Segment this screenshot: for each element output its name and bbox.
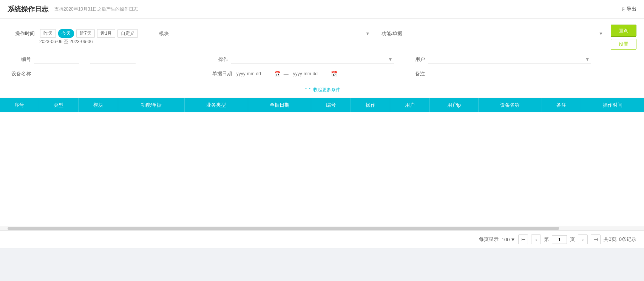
- module-filter: 模块 ▼: [145, 29, 371, 38]
- horizontal-scrollbar[interactable]: [0, 226, 644, 230]
- voucher-date-label: 单据日期: [205, 70, 235, 77]
- empty-area: [0, 112, 644, 226]
- user-filter: 用户 ▼: [402, 55, 591, 64]
- table-section: 序号 类型 模块 功能/单据 业务类型 单据日期 编号 操作 用户 用户ip 设…: [0, 98, 644, 226]
- user-select-wrapper: ▼: [428, 55, 591, 64]
- next-page-button[interactable]: ›: [578, 234, 588, 244]
- user-input[interactable]: [428, 55, 591, 64]
- user-label: 用户: [402, 56, 428, 63]
- remark-label: 备注: [402, 70, 428, 77]
- number-to-input[interactable]: [90, 55, 136, 64]
- time-btn-1month[interactable]: 近1月: [97, 29, 116, 38]
- number-from-input[interactable]: [34, 55, 79, 64]
- function-select-wrapper: ▼: [405, 29, 605, 38]
- operation-select-wrapper: ▼: [231, 55, 394, 64]
- function-label: 功能/单据: [379, 30, 405, 37]
- time-label: 操作时间: [8, 30, 38, 37]
- page-subtitle: 支持2020年10月31日之后产生的操作日志: [54, 6, 138, 12]
- time-range-display: 2023-06-06 至 2023-06-06: [39, 39, 93, 44]
- operation-input[interactable]: [231, 55, 394, 64]
- calendar-from-icon[interactable]: 📅: [274, 71, 281, 77]
- col-user: 用户: [390, 98, 429, 112]
- function-input[interactable]: [405, 29, 605, 38]
- device-input[interactable]: [34, 69, 125, 78]
- time-btn-today[interactable]: 今天: [58, 29, 74, 38]
- table-header-row: 序号 类型 模块 功能/单据 业务类型 单据日期 编号 操作 用户 用户ip 设…: [0, 98, 644, 112]
- page-header: 系统操作日志 支持2020年10月31日之后产生的操作日志 ⎘ 导出: [0, 0, 644, 19]
- time-btn-yesterday[interactable]: 昨天: [40, 29, 56, 38]
- calendar-to-icon[interactable]: 📅: [331, 71, 337, 77]
- collapse-icon: ⌃⌃: [304, 87, 312, 93]
- page-size-label: 每页显示: [479, 236, 499, 243]
- scrollbar-thumb: [8, 227, 559, 230]
- page-label: 第: [544, 236, 549, 243]
- col-biz-type: 业务类型: [185, 98, 248, 112]
- collapse-label: 收起更多条件: [313, 87, 340, 93]
- col-remark: 备注: [542, 98, 581, 112]
- page-title: 系统操作日志: [8, 5, 48, 14]
- col-module: 模块: [79, 98, 118, 112]
- device-label: 设备名称: [8, 70, 34, 77]
- total-label: 共0页, 0条记录: [604, 236, 636, 243]
- remark-filter: 备注: [402, 69, 591, 78]
- number-label: 编号: [8, 56, 34, 63]
- export-icon: ⎘: [622, 6, 625, 12]
- page-size-arrow: ▼: [510, 237, 515, 242]
- date-dash: —: [281, 71, 292, 77]
- time-filter-group: 昨天 今天 近7天 近1月 自定义: [40, 29, 138, 38]
- number-filter: 编号 —: [8, 55, 197, 64]
- filter-panel: 操作时间 昨天 今天 近7天 近1月 自定义 2023-06-06 至 2023…: [0, 19, 644, 98]
- time-btn-7days[interactable]: 近7天: [76, 29, 95, 38]
- module-input[interactable]: [172, 29, 371, 38]
- page-end-label: 页: [570, 236, 575, 243]
- col-voucher-date: 单据日期: [248, 98, 311, 112]
- date-to-input[interactable]: [292, 70, 329, 78]
- query-button[interactable]: 查询: [611, 25, 636, 37]
- date-to-wrapper: 📅: [292, 70, 337, 78]
- operation-label: 操作: [205, 56, 231, 63]
- date-from-wrapper: 📅: [235, 70, 281, 78]
- col-op-time: 操作时间: [581, 98, 644, 112]
- collapse-bar[interactable]: ⌃⌃ 收起更多条件: [8, 84, 636, 95]
- number-dash: —: [79, 57, 90, 62]
- page-size-value: 100: [502, 237, 510, 242]
- filter-row-2: 编号 — 操作 ▼ 用户 ▼: [8, 55, 636, 64]
- col-device: 设备名称: [478, 98, 542, 112]
- date-from-input[interactable]: [235, 70, 273, 78]
- function-filter: 功能/单据 ▼: [379, 29, 605, 38]
- voucher-date-filter: 单据日期 📅 — 📅: [205, 70, 394, 78]
- time-btn-custom[interactable]: 自定义: [117, 29, 138, 38]
- module-select-wrapper: ▼: [172, 29, 371, 38]
- prev-page-button[interactable]: ‹: [531, 234, 541, 244]
- action-buttons: 查询 设置: [611, 25, 636, 50]
- page-number-input[interactable]: [552, 235, 567, 244]
- data-table: 序号 类型 模块 功能/单据 业务类型 单据日期 编号 操作 用户 用户ip 设…: [0, 98, 644, 112]
- page-size-selector[interactable]: 100 ▼: [502, 237, 516, 242]
- col-operation: 操作: [351, 98, 390, 112]
- module-label: 模块: [145, 30, 172, 37]
- last-page-button[interactable]: ⊣: [591, 234, 601, 244]
- first-page-button[interactable]: ⊢: [518, 234, 528, 244]
- col-user-ip: 用户ip: [429, 98, 478, 112]
- filter-row-1: 操作时间 昨天 今天 近7天 近1月 自定义 2023-06-06 至 2023…: [8, 25, 636, 50]
- col-code: 编号: [311, 98, 351, 112]
- pagination-bar: 每页显示 100 ▼ ⊢ ‹ 第 页 › ⊣ 共0页, 0条记录: [0, 230, 644, 248]
- settings-button[interactable]: 设置: [611, 39, 636, 50]
- operation-filter: 操作 ▼: [205, 55, 394, 64]
- filter-row-3: 设备名称 单据日期 📅 — 📅 备注: [8, 69, 636, 78]
- remark-input[interactable]: [428, 69, 591, 78]
- col-type: 类型: [39, 98, 78, 112]
- device-filter: 设备名称: [8, 69, 197, 78]
- export-button[interactable]: ⎘ 导出: [622, 6, 636, 12]
- col-number: 序号: [0, 98, 39, 112]
- col-function: 功能/单据: [118, 98, 184, 112]
